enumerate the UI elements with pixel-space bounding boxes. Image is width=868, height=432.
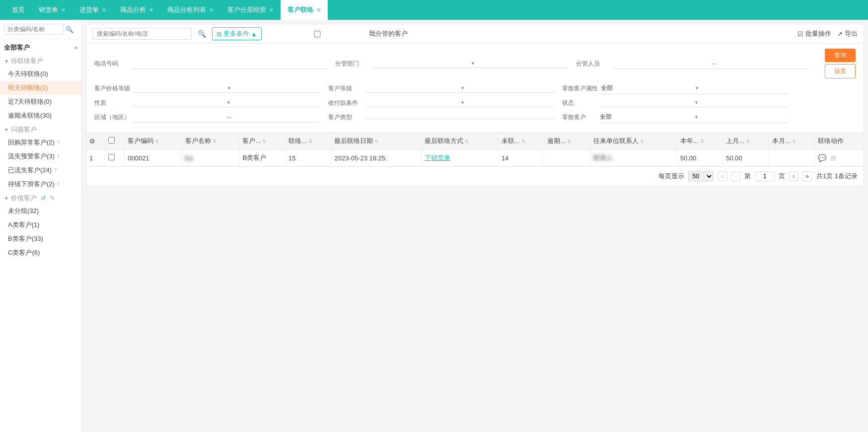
nav-purchase-order[interactable]: 进货单 ✕ <box>72 0 113 20</box>
sidebar-item-declining[interactable]: 持续下滑客户(2) ? <box>0 177 81 191</box>
group-value-customers[interactable]: ▼ 价值客户 ↺ ✎ <box>0 191 81 204</box>
sidebar-item-churned[interactable]: 已流失客户(24) ? <box>0 163 81 177</box>
close-customer-contact-icon[interactable]: ✕ <box>316 7 321 13</box>
table-row: 1 000021 Ea B类客户 <box>86 150 864 166</box>
filter-price-level: 客户价格等级 ▼ <box>94 84 320 93</box>
batch-op-button[interactable]: ☑ 批量操作 <box>797 29 831 38</box>
sidebar-item-class-b[interactable]: B类客户(33) <box>0 232 81 246</box>
filter-retail-attr: 零散客户属性 全部 ▼ <box>562 82 788 94</box>
td-name[interactable]: Ea <box>182 150 239 166</box>
td-checkbox[interactable] <box>105 150 125 166</box>
nav-home[interactable]: 首页 <box>5 0 32 20</box>
page-number-input[interactable] <box>755 171 775 181</box>
sidebar-item-class-c[interactable]: C类客户(6) <box>0 246 81 260</box>
th-type[interactable]: 客户... ⇅ <box>239 133 286 150</box>
td-seq: 1 <box>86 150 105 166</box>
td-last-contact-method[interactable]: 下销货单 <box>421 150 498 166</box>
th-overdue[interactable]: 逾期... ⇅ <box>544 133 590 150</box>
row-contact: 15 <box>289 154 295 162</box>
my-customers-checkbox-area[interactable]: 我分管的客户 <box>268 29 408 38</box>
last-page-button[interactable]: » <box>802 171 812 181</box>
page-size-select[interactable]: 50 10 20 100 <box>688 171 714 182</box>
th-contact[interactable]: 联络... ⇅ <box>285 133 331 150</box>
close-sales-order-icon[interactable]: ✕ <box>61 7 66 13</box>
collapse-icon[interactable]: « <box>74 44 77 51</box>
my-customers-checkbox[interactable] <box>268 31 367 37</box>
filter-region-select[interactable]: ··· <box>133 112 320 123</box>
filter-retail-customer-select[interactable]: 全部 ▼ <box>600 111 788 123</box>
row-checkbox[interactable] <box>108 154 115 160</box>
sidebar-search-input[interactable] <box>4 24 64 35</box>
filter-payment-select[interactable]: ▼ <box>366 98 554 107</box>
export-label: 导出 <box>845 29 858 38</box>
reset-button[interactable]: 设置 <box>825 64 856 78</box>
sidebar-item-today[interactable]: 今天待联络(0) <box>0 67 81 81</box>
sidebar-item-repurchase-abnormal[interactable]: 回购异常客户(2) ? <box>0 136 81 149</box>
th-code[interactable]: 客户编码 ⇅ <box>125 133 182 150</box>
th-this-month[interactable]: 本月... ⇅ <box>769 133 815 150</box>
all-customers-title[interactable]: 全部客户 « <box>0 39 81 54</box>
row-code: 000021 <box>128 154 149 162</box>
th-this-year[interactable]: 本年... ⇅ <box>677 133 723 150</box>
settings-icon[interactable]: ⚙ <box>89 138 95 145</box>
filter-manager-select[interactable]: ··· <box>614 59 809 69</box>
close-customer-segment-icon[interactable]: ✕ <box>269 7 274 13</box>
close-product-analysis-list-icon[interactable]: ✕ <box>209 7 214 13</box>
sidebar-item-ungrouped[interactable]: 未分组(32) <box>0 204 81 218</box>
first-page-button[interactable]: « <box>718 171 728 181</box>
nav-product-analysis[interactable]: 商品分析 ✕ <box>113 0 160 20</box>
sidebar-item-lost-warning[interactable]: 流失预警客户(3) ? <box>0 149 81 163</box>
sidebar-item-tomorrow[interactable]: 明天待联络(1) <box>0 81 81 95</box>
sidebar-item-class-a[interactable]: A类客户(1) <box>0 218 81 232</box>
th-not-contacted-label: 未联... <box>502 137 520 145</box>
search-button[interactable]: 🔍 <box>198 30 206 38</box>
group-problem-customers[interactable]: ▼ 问题客户 <box>0 123 81 136</box>
th-last-month[interactable]: 上月... ⇅ <box>723 133 769 150</box>
select-all-checkbox[interactable] <box>108 137 115 144</box>
group-pending-contact[interactable]: ▼ 待联络客户 <box>0 54 81 67</box>
td-type: B类客户 <box>239 150 286 166</box>
row-last-contact-method[interactable]: 下销货单 <box>425 154 450 161</box>
th-not-contacted[interactable]: 未联... ⇅ <box>498 133 544 150</box>
prev-page-button[interactable]: ‹ <box>731 171 740 181</box>
sidebar-item-overdue[interactable]: 逾期未联络(30) <box>0 109 81 123</box>
filter-retail-attr-value: 全部 <box>601 84 695 92</box>
th-settings[interactable]: ⚙ <box>86 133 105 150</box>
th-name[interactable]: 客户名称 ⇅ <box>182 133 239 150</box>
th-last-contact-method[interactable]: 最后联络方式 ⇅ <box>421 133 498 150</box>
filter-retail-attr-select[interactable]: 全部 ▼ <box>601 82 788 94</box>
th-last-contact-date[interactable]: 最后联络日期 ⇅ <box>331 133 421 150</box>
refresh-icon[interactable]: ↺ <box>41 195 46 202</box>
sort-unit-contact-icon: ⇅ <box>640 139 644 144</box>
th-unit-contact[interactable]: 往来单位联系人 ⇅ <box>590 133 677 150</box>
group-problem-arrow: ▼ <box>4 127 9 133</box>
close-purchase-order-icon[interactable]: ✕ <box>102 7 106 13</box>
filter-price-level-select[interactable]: ▼ <box>133 84 320 93</box>
sidebar-item-week7[interactable]: 近7天待联络(0) <box>0 95 81 109</box>
edit-groups-icon[interactable]: ✎ <box>50 195 55 202</box>
more-conditions-label: 更多条件 <box>223 29 249 38</box>
filter-customer-level-select[interactable]: ▼ <box>366 84 554 93</box>
filter-customer-type-select[interactable] <box>366 116 554 119</box>
query-button[interactable]: 查询 <box>825 49 856 62</box>
sort-code-icon: ⇅ <box>155 139 159 144</box>
more-conditions-button[interactable]: ⊞ 更多条件 ▲ <box>212 27 262 40</box>
sidebar-search-icon[interactable]: 🔍 <box>66 26 73 33</box>
nav-customer-segment[interactable]: 客户分层经营 ✕ <box>220 0 281 20</box>
filter-phone-input[interactable] <box>132 59 327 69</box>
contact-action-icon[interactable]: 💬 <box>818 154 826 162</box>
more-action-icon[interactable]: ⊞ <box>830 154 836 162</box>
filter-region-more[interactable]: ··· <box>227 114 321 121</box>
nav-sales-order[interactable]: 销货单 ✕ <box>32 0 72 20</box>
filter-status-select[interactable]: ▼ <box>600 98 788 107</box>
td-code[interactable]: 000021 <box>125 150 182 166</box>
close-product-analysis-icon[interactable]: ✕ <box>149 7 153 13</box>
filter-dept-select[interactable]: ▼ <box>373 59 568 68</box>
search-input[interactable] <box>92 28 192 40</box>
nav-customer-contact[interactable]: 客户联络 ✕ <box>281 0 328 20</box>
filter-manager-more[interactable]: ··· <box>712 60 809 67</box>
next-page-button[interactable]: › <box>789 171 798 181</box>
nav-product-analysis-list[interactable]: 商品分析列表 ✕ <box>160 0 220 20</box>
filter-gender-select[interactable]: ▼ <box>132 98 320 107</box>
export-button[interactable]: ↗ 导出 <box>837 29 858 38</box>
